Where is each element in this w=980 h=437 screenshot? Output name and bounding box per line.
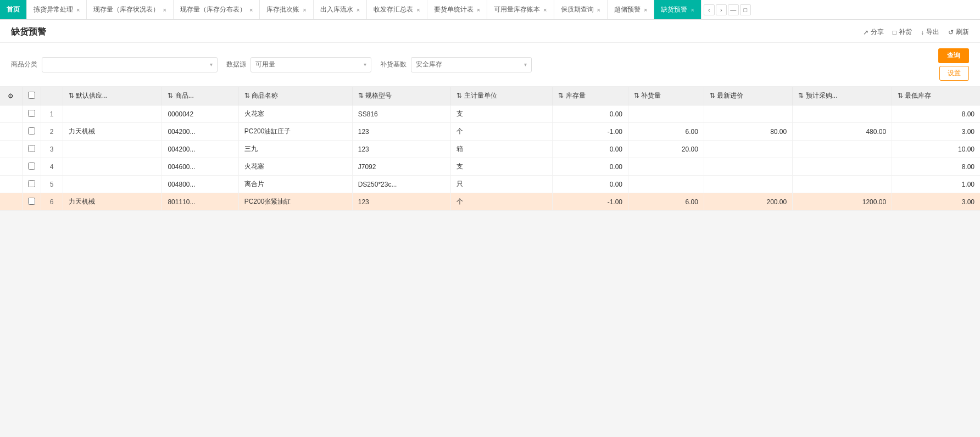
tab-expiry-close[interactable]: × bbox=[597, 7, 600, 13]
sort-spec-icon: ⇅ bbox=[358, 92, 364, 99]
tab-shortage[interactable]: 缺货预警 × bbox=[654, 0, 701, 20]
row-latest-price-cell bbox=[704, 141, 792, 158]
export-label: 导出 bbox=[926, 27, 939, 37]
query-button[interactable]: 查询 bbox=[938, 48, 969, 63]
tab-available[interactable]: 可用量库存账本 × bbox=[487, 0, 554, 20]
col-header-min-stock[interactable]: ⇅ 最低库存 bbox=[892, 87, 980, 105]
replenish-action[interactable]: □ 补货 bbox=[893, 27, 912, 37]
col-header-rownum bbox=[41, 87, 63, 105]
row-checkbox-4[interactable] bbox=[28, 180, 35, 187]
refresh-action[interactable]: ↺ 刷新 bbox=[948, 27, 969, 37]
row-goods-code-cell: 0000042 bbox=[162, 105, 238, 123]
replenish-base-chevron-icon: ▾ bbox=[524, 61, 527, 68]
row-replenish-cell: 20.00 bbox=[628, 141, 704, 158]
tab-prev-btn[interactable]: ‹ bbox=[704, 4, 715, 15]
row-checkbox-3[interactable] bbox=[28, 163, 35, 170]
sort-goods-code-icon: ⇅ bbox=[168, 92, 173, 99]
tab-overstock-close[interactable]: × bbox=[644, 7, 647, 13]
row-checkbox-2[interactable] bbox=[28, 145, 35, 152]
col-header-spec[interactable]: ⇅ 规格型号 bbox=[352, 87, 451, 105]
replenish-base-select[interactable]: 安全库存 ▾ bbox=[411, 57, 532, 72]
row-spec-cell: DS250*23c... bbox=[352, 176, 451, 193]
tab-home[interactable]: 首页 bbox=[0, 0, 27, 20]
tab-collect-label: 收发存汇总表 bbox=[374, 5, 413, 14]
tab-minimize-btn[interactable]: — bbox=[728, 4, 739, 15]
col-header-supplier[interactable]: ⇅ 默认供应... bbox=[63, 87, 162, 105]
data-table: ⚙ ⇅ 默认供应... ⇅ 商品... ⇅ 商品名称 bbox=[0, 87, 980, 211]
row-checkbox-cell[interactable] bbox=[22, 176, 41, 193]
select-all-checkbox[interactable] bbox=[28, 92, 35, 99]
row-replenish-cell: 6.00 bbox=[628, 123, 704, 141]
row-goods-name-cell: 离合片 bbox=[238, 176, 352, 193]
category-label: 商品分类 bbox=[11, 60, 37, 69]
tab-expiry[interactable]: 保质期查询 × bbox=[554, 0, 608, 20]
row-latest-price-cell bbox=[704, 158, 792, 176]
col-header-checkbox[interactable] bbox=[22, 87, 41, 105]
tab-stock-dist[interactable]: 现存量（库存分布表） × bbox=[174, 0, 260, 20]
row-stock-cell: 0.00 bbox=[553, 176, 628, 193]
sort-goods-name-icon: ⇅ bbox=[244, 92, 250, 99]
row-checkbox-cell[interactable] bbox=[22, 158, 41, 176]
tab-demand-close[interactable]: × bbox=[477, 7, 480, 13]
tab-abnormal[interactable]: 拣货异常处理 × bbox=[27, 0, 87, 20]
tab-batch[interactable]: 库存批次账 × bbox=[260, 0, 313, 20]
col-header-goods-name[interactable]: ⇅ 商品名称 bbox=[238, 87, 352, 105]
row-settings-cell bbox=[0, 123, 22, 141]
col-header-unit[interactable]: ⇅ 主计量单位 bbox=[451, 87, 553, 105]
col-header-replenish[interactable]: ⇅ 补货量 bbox=[628, 87, 704, 105]
tab-available-close[interactable]: × bbox=[543, 7, 547, 13]
row-supplier-cell bbox=[63, 141, 162, 158]
col-header-goods-code[interactable]: ⇅ 商品... bbox=[162, 87, 238, 105]
row-checkbox-cell[interactable] bbox=[22, 123, 41, 141]
col-header-latest-price[interactable]: ⇅ 最新进价 bbox=[704, 87, 792, 105]
tab-collect[interactable]: 收发存汇总表 × bbox=[367, 0, 427, 20]
tab-inout-close[interactable]: × bbox=[357, 7, 360, 13]
tab-batch-close[interactable]: × bbox=[303, 7, 306, 13]
row-replenish-cell bbox=[628, 176, 704, 193]
export-icon: ↓ bbox=[921, 29, 924, 36]
export-action[interactable]: ↓ 导出 bbox=[921, 27, 939, 37]
row-stock-cell: -1.00 bbox=[553, 123, 628, 141]
tab-expiry-label: 保质期查询 bbox=[561, 5, 594, 14]
row-num-cell: 5 bbox=[41, 176, 63, 193]
tab-next-btn[interactable]: › bbox=[716, 4, 727, 15]
tab-stock-dist-close[interactable]: × bbox=[249, 7, 253, 13]
share-label: 分享 bbox=[871, 27, 884, 37]
refresh-label: 刷新 bbox=[956, 27, 969, 37]
col-header-stock[interactable]: ⇅ 库存量 bbox=[553, 87, 628, 105]
datasource-select[interactable]: 可用量 ▾ bbox=[250, 57, 371, 72]
tab-stock-status-label: 现存量（库存状况表） bbox=[93, 5, 159, 14]
header-actions: ↗ 分享 □ 补货 ↓ 导出 ↺ 刷新 bbox=[863, 27, 969, 37]
tab-collect-close[interactable]: × bbox=[416, 7, 420, 13]
row-checkbox-1[interactable] bbox=[28, 127, 35, 135]
row-checkbox-0[interactable] bbox=[28, 110, 35, 117]
tab-maximize-btn[interactable]: □ bbox=[740, 4, 751, 15]
col-header-est-purchase[interactable]: ⇅ 预计采购... bbox=[793, 87, 892, 105]
row-min-stock-cell: 8.00 bbox=[892, 158, 980, 176]
row-checkbox-cell[interactable] bbox=[22, 193, 41, 211]
tab-demand-label: 要货单统计表 bbox=[434, 5, 474, 14]
sort-unit-icon: ⇅ bbox=[456, 92, 462, 99]
tab-demand[interactable]: 要货单统计表 × bbox=[427, 0, 487, 20]
row-checkbox-5[interactable] bbox=[28, 198, 35, 205]
tab-available-label: 可用量库存账本 bbox=[494, 5, 540, 14]
settings-button[interactable]: 设置 bbox=[939, 66, 969, 81]
tab-shortage-close[interactable]: × bbox=[691, 7, 694, 13]
row-min-stock-cell: 10.00 bbox=[892, 141, 980, 158]
category-select[interactable]: ▾ bbox=[42, 57, 218, 72]
col-header-settings[interactable]: ⚙ bbox=[0, 87, 22, 105]
row-spec-cell: 123 bbox=[352, 123, 451, 141]
share-action[interactable]: ↗ 分享 bbox=[863, 27, 884, 37]
replenish-base-value: 安全库存 bbox=[416, 60, 442, 69]
tab-inout[interactable]: 出入库流水 × bbox=[314, 0, 367, 20]
tab-stock-status[interactable]: 现存量（库存状况表） × bbox=[87, 0, 173, 20]
datasource-label: 数据源 bbox=[226, 60, 246, 69]
row-unit-cell: 箱 bbox=[451, 141, 553, 158]
tab-stock-status-close[interactable]: × bbox=[163, 7, 166, 13]
tab-overstock[interactable]: 超储预警 × bbox=[608, 0, 654, 20]
row-replenish-cell bbox=[628, 158, 704, 176]
row-checkbox-cell[interactable] bbox=[22, 105, 41, 123]
table-row: 4 004600... 火花塞 J7092 支 0.00 8.00 bbox=[0, 158, 980, 176]
row-checkbox-cell[interactable] bbox=[22, 141, 41, 158]
tab-abnormal-close[interactable]: × bbox=[76, 7, 80, 13]
